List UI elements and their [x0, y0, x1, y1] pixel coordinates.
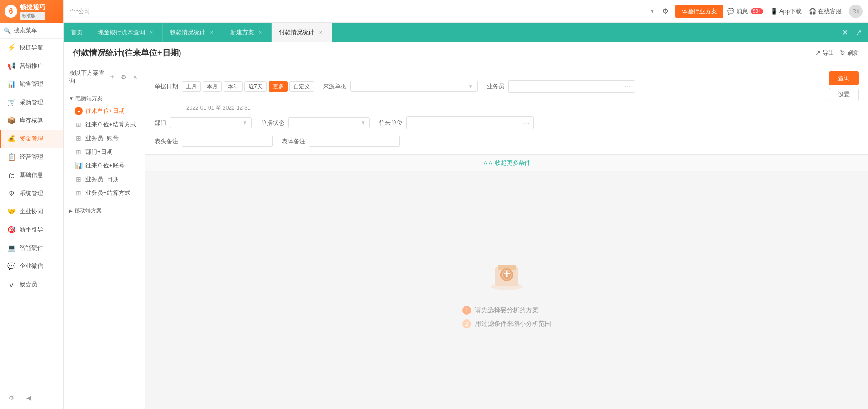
scheme-settings-btn[interactable]: ⚙ [120, 72, 128, 82]
message-btn[interactable]: 💬 消息 99+ [727, 7, 763, 15]
salesperson-dots-btn[interactable]: ··· [624, 82, 631, 91]
scheme-item-salesman-settle[interactable]: ⊞ 业务员+结算方式 [64, 186, 145, 200]
scheme-item-salesman-date[interactable]: ⊞ 业务员+日期 [64, 172, 145, 186]
tab-bank[interactable]: 现金银行流水查询 × [90, 23, 163, 42]
scheme-item-label: 往来单位+日期 [85, 107, 125, 115]
partner-select[interactable]: ··· [406, 116, 534, 129]
sidebar-item-label: 营销推广 [20, 62, 43, 70]
sidebar-item-sales[interactable]: 📊 销售管理 [0, 75, 63, 93]
sidebar-item-basic[interactable]: 🗂 基础信息 [0, 166, 63, 184]
dept-field: 部门 ▼ [155, 117, 252, 128]
partner-field: 往来单位 ··· [379, 116, 534, 129]
tab-bank-close[interactable]: × [148, 29, 155, 36]
sidebar-item-label: 新手引导 [20, 226, 43, 234]
refresh-btn[interactable]: ↻ 刷新 [840, 49, 859, 57]
sidebar-item-inventory[interactable]: 📦 库存核算 [0, 111, 63, 130]
sidebar-item-vip[interactable]: V 畅会员 [0, 275, 63, 293]
page-content: 付款情况统计(往来单位+日期) ↗ 导出 ↻ 刷新 按以下方案查询 ＋ ⚙ [64, 42, 868, 409]
date-btn-more[interactable]: 更多 [269, 81, 288, 92]
sidebar-search[interactable]: 🔍 搜索菜单 [0, 23, 63, 39]
dept-select[interactable]: ▼ [170, 117, 252, 128]
tab-home[interactable]: 首页 [64, 23, 90, 42]
scheme-pc-group-header[interactable]: ▼ 电脑端方案 [64, 93, 145, 104]
sidebar-settings-btn[interactable]: ⚙ [5, 391, 18, 404]
scheme-header-text: 按以下方案查询 [69, 69, 105, 85]
sidebar-collapse-btn[interactable]: ◀ [22, 391, 35, 404]
app-download-btn[interactable]: 📱 App下载 [770, 7, 802, 15]
doc-status-select[interactable]: ▼ [288, 117, 370, 128]
service-btn[interactable]: 🎧 在线客服 [809, 7, 842, 15]
scheme-collapse-btn[interactable]: « [131, 72, 140, 82]
scheme-item-partner-account[interactable]: 📊 往来单位+账号 [64, 159, 145, 172]
header-settings-btn[interactable]: ⚙ [659, 5, 672, 18]
date-btn-this-month[interactable]: 本月 [203, 81, 222, 92]
logo-text-wrap: 畅捷通巧 标准版 [20, 3, 45, 20]
query-btn[interactable]: 查询 [829, 71, 859, 85]
tab-bar: 首页 现金银行流水查询 × 收款情况统计 × 新建方案 × 付款情况统计 × ✕… [64, 23, 868, 42]
app-label: App下载 [779, 7, 802, 15]
tab-payment-stat-close[interactable]: × [317, 29, 324, 36]
basic-icon: 🗂 [7, 171, 16, 180]
sidebar-item-marketing[interactable]: 📢 营销推广 [0, 57, 63, 75]
page-title: 付款情况统计(往来单位+日期) [73, 47, 815, 58]
tip-num-2: 2 [462, 319, 471, 328]
scheme-item-dept-date[interactable]: ⊞ 部门+日期 [64, 145, 145, 159]
source-label: 来源单据 [323, 82, 347, 91]
dept-label: 部门 [155, 119, 166, 127]
sidebar-item-label: 基础信息 [20, 171, 43, 179]
collapse-conditions-btn[interactable]: ∧∧ 收起更多条件 [145, 155, 868, 171]
scheme-item-label: 业务员+账号 [85, 134, 119, 142]
scheme-mobile-group-header[interactable]: ▶ 移动端方案 [64, 205, 145, 217]
tab-receipt[interactable]: 收款情况统计 × [163, 23, 223, 42]
tab-bank-label: 现金银行流水查询 [98, 28, 145, 36]
partner-dots-btn[interactable]: ··· [523, 119, 529, 127]
filter-settings-btn[interactable]: 设置 [829, 88, 859, 101]
scheme-add-btn[interactable]: ＋ [108, 72, 116, 82]
logo-icon: 6 [5, 5, 17, 18]
sidebar-item-label: 销售管理 [20, 80, 43, 88]
header-note-input[interactable] [182, 136, 273, 147]
filter-panel: 单据日期 上月 本月 本年 近7天 更多 自定义 来源单据 [145, 64, 868, 155]
message-label: 消息 [736, 7, 748, 15]
sidebar-item-business[interactable]: 📋 经营管理 [0, 148, 63, 166]
body-note-input[interactable] [309, 136, 400, 147]
scheme-item-label: 往来单位+账号 [85, 162, 125, 170]
sidebar-item-system[interactable]: ⚙ 系统管理 [0, 184, 63, 202]
tab-new-scheme-close[interactable]: × [257, 29, 264, 36]
source-select[interactable]: ▼ [350, 81, 478, 92]
tab-payment-stat[interactable]: 付款情况统计 × [272, 23, 332, 42]
sidebar-item-fund[interactable]: 💰 资金管理 [0, 130, 63, 148]
top-header: ****公司 ▼ ⚙ 体验行业方案 💬 消息 99+ 📱 App下载 🎧 在线客… [64, 0, 868, 23]
vip-icon: V [7, 280, 16, 289]
sidebar-item-shortcut[interactable]: ⚡ 快捷导航 [0, 39, 63, 57]
empty-tip-1: 1 请先选择要分析的方案 [462, 306, 551, 315]
date-btn-7days[interactable]: 近7天 [244, 81, 267, 92]
date-range-display: 2022-01-01 至 2022-12-31 [155, 104, 250, 112]
header-note-label: 表头备注 [155, 137, 178, 146]
tab-maximize-btn[interactable]: ⤢ [853, 26, 864, 38]
avatar[interactable]: Rit [849, 5, 863, 18]
scheme-item-salesman-account[interactable]: ⊞ 业务员+账号 [64, 131, 145, 145]
salesperson-select[interactable]: ··· [508, 80, 635, 93]
sidebar-item-wechat[interactable]: 💬 企业微信 [0, 257, 63, 275]
export-btn[interactable]: ↗ 导出 [815, 49, 834, 57]
dropdown-arrow-icon[interactable]: ▼ [649, 8, 655, 15]
trial-btn[interactable]: 体验行业方案 [675, 5, 723, 18]
sidebar-item-corp[interactable]: 🤝 企业协同 [0, 202, 63, 221]
tab-receipt-close[interactable]: × [208, 29, 215, 36]
date-btn-last-month[interactable]: 上月 [182, 81, 201, 92]
tab-new-scheme[interactable]: 新建方案 × [223, 23, 272, 42]
scheme-mobile-group: ▶ 移动端方案 [64, 202, 145, 219]
date-btn-custom[interactable]: 自定义 [289, 81, 314, 92]
body-note-label: 表体备注 [282, 137, 305, 146]
scheme-item-partner-settle[interactable]: ⊞ 往来单位+结算方式 [64, 118, 145, 131]
sidebar-search-label: 搜索菜单 [14, 26, 37, 35]
date-btn-this-year[interactable]: 本年 [224, 81, 243, 92]
marketing-icon: 📢 [7, 61, 16, 71]
tab-close-all-btn[interactable]: ✕ [839, 26, 851, 38]
sidebar-item-hardware[interactable]: 💻 智能硬件 [0, 239, 63, 257]
sidebar-item-guide[interactable]: 🎯 新手引导 [0, 221, 63, 239]
sidebar-item-purchase[interactable]: 🛒 采购管理 [0, 93, 63, 111]
doc-status-dropdown-icon: ▼ [360, 120, 366, 126]
scheme-item-partner-date[interactable]: ● 往来单位+日期 [64, 104, 145, 118]
